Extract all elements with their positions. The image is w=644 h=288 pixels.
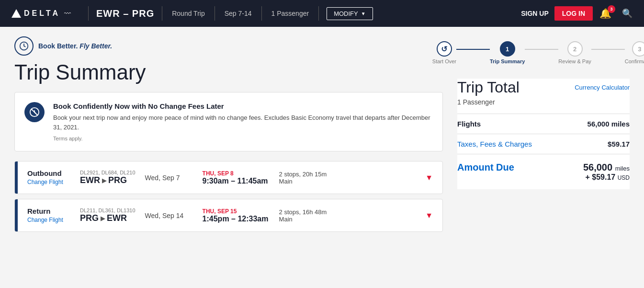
- trip-total-heading: Trip Total: [457, 79, 520, 96]
- progress-steps: ↺ Start Over 1 Trip Summary 2 Review & P…: [457, 36, 630, 69]
- review-pay-label: Review & Pay: [558, 58, 591, 64]
- outbound-route-code: EWR ▶ PRG: [80, 175, 136, 185]
- return-arrow-icon: ▶: [101, 215, 105, 222]
- main-container: Book Better. Fly Better. Trip Summary Bo…: [0, 27, 644, 288]
- taxes-row: Taxes, Fees & Charges $59.17: [457, 134, 630, 154]
- flights-row: Flights 56,000 miles: [457, 114, 630, 134]
- nav-divider-5: [318, 6, 319, 21]
- delta-wave-icon: 〰: [64, 10, 71, 17]
- route-display: EWR – PRG: [96, 8, 154, 19]
- return-route-code: PRG ▶ EWR: [80, 213, 136, 223]
- outbound-time-block: THU, SEP 8 9:30am – 11:45am: [203, 170, 270, 185]
- nav-divider: [88, 6, 89, 21]
- outbound-card-body: Outbound Change Flight DL2921, DL684, DL…: [18, 161, 442, 194]
- outbound-to: PRG: [108, 175, 127, 185]
- top-navigation: DELTA 〰 EWR – PRG Round Trip Sep 7-14 1 …: [0, 0, 644, 27]
- promo-title: Book Confidently Now with No Change Fees…: [53, 102, 433, 110]
- nav-divider-4: [261, 6, 262, 21]
- outbound-from: EWR: [80, 175, 100, 185]
- book-better-text: Book Better. Fly Better.: [38, 42, 112, 50]
- outbound-stops-block: 2 stops, 20h 15m Main: [279, 171, 416, 185]
- promo-icon: [24, 102, 45, 122]
- promo-terms: Terms apply.: [53, 136, 433, 141]
- return-label-block: Return Change Flight: [27, 207, 70, 224]
- book-better-banner: Book Better. Fly Better.: [14, 36, 443, 56]
- amount-due-miles: 56,000 miles: [583, 162, 630, 173]
- return-expand-button[interactable]: ▼: [425, 211, 433, 220]
- login-button[interactable]: LOG IN: [554, 6, 593, 21]
- promo-box: Book Confidently Now with No Change Fees…: [14, 92, 443, 151]
- bell-badge-count: 3: [608, 5, 615, 13]
- passengers-display: 1 Passenger: [270, 10, 311, 17]
- review-pay-circle: 2: [567, 41, 583, 57]
- nav-divider-3: [215, 6, 215, 21]
- signup-button[interactable]: SIGN UP: [521, 10, 549, 17]
- amount-due-usd: + $59.17 USD: [583, 173, 630, 182]
- nav-divider-2: [162, 6, 162, 21]
- modify-label: MODIFY: [334, 10, 358, 17]
- modify-caret-icon: ▼: [361, 11, 366, 16]
- return-flight-card: Return Change Flight DL211, DL361, DL131…: [14, 199, 443, 232]
- outbound-expand-button[interactable]: ▼: [425, 173, 433, 182]
- outbound-label: Outbound: [27, 169, 70, 177]
- refresh-icon: ↺: [441, 45, 447, 54]
- outbound-book-date: Wed, Sep 7: [145, 174, 193, 182]
- trip-type-display: Round Trip: [170, 10, 206, 17]
- flights-row-label: Flights: [457, 120, 481, 128]
- step-start-over[interactable]: ↺ Start Over: [432, 41, 456, 64]
- outbound-label-block: Outbound Change Flight: [27, 169, 70, 186]
- return-stops-info: 2 stops, 16h 48m: [279, 208, 416, 216]
- trip-total-box: Trip Total Currency Calculator 1 Passeng…: [457, 79, 630, 189]
- delta-logo[interactable]: DELTA 〰: [11, 9, 71, 18]
- outbound-flight-numbers: DL2921, DL684, DL210: [80, 170, 136, 175]
- trip-total-title-row: Trip Total Currency Calculator: [457, 79, 630, 96]
- step-review-pay[interactable]: 2 Review & Pay: [558, 41, 591, 64]
- connector-1: [456, 49, 490, 50]
- search-icon[interactable]: 🔍: [622, 8, 633, 19]
- start-over-circle: ↺: [437, 41, 452, 57]
- delta-wordmark: DELTA: [24, 9, 60, 18]
- outbound-stops-info: 2 stops, 20h 15m: [279, 171, 416, 178]
- modify-button[interactable]: MODIFY ▼: [327, 7, 373, 20]
- return-label: Return: [27, 207, 70, 215]
- return-book-date: Wed, Sep 14: [145, 212, 193, 219]
- return-stops-block: 2 stops, 16h 48m Main: [279, 208, 416, 223]
- return-from: PRG: [80, 213, 99, 223]
- outbound-flight-date: THU, SEP 8: [203, 170, 270, 177]
- return-cabin-class: Main: [279, 216, 416, 223]
- confirmation-label: Confirmation: [625, 58, 644, 64]
- usd-label: USD: [618, 174, 630, 181]
- return-route-info: DL211, DL361, DL1310 PRG ▶ EWR: [80, 207, 136, 223]
- taxes-row-label[interactable]: Taxes, Fees & Charges: [457, 140, 532, 148]
- amount-due-values: 56,000 miles + $59.17 USD: [583, 162, 630, 182]
- delta-triangle-icon: [11, 9, 21, 18]
- outbound-time-range: 9:30am – 11:45am: [203, 177, 270, 185]
- return-card-body: Return Change Flight DL211, DL361, DL131…: [18, 199, 442, 231]
- currency-calculator-link[interactable]: Currency Calculator: [575, 84, 630, 91]
- amount-due-label: Amount Due: [457, 162, 514, 173]
- right-sidebar: ↺ Start Over 1 Trip Summary 2 Review & P…: [457, 36, 630, 278]
- book-better-icon: [14, 36, 34, 56]
- passenger-count: 1 Passenger: [457, 98, 630, 106]
- return-flight-date: THU, SEP 15: [203, 208, 270, 215]
- return-time-block: THU, SEP 15 1:45pm – 12:33am: [203, 208, 270, 223]
- step-trip-summary[interactable]: 1 Trip Summary: [490, 41, 525, 64]
- connector-3: [591, 49, 625, 50]
- left-content: Book Better. Fly Better. Trip Summary Bo…: [14, 36, 443, 278]
- dates-display: Sep 7-14: [223, 10, 254, 17]
- outbound-arrow-icon: ▶: [102, 177, 106, 184]
- return-change-flight-link[interactable]: Change Flight: [27, 217, 63, 223]
- outbound-cabin-class: Main: [279, 178, 416, 185]
- flights-row-value: 56,000 miles: [588, 120, 630, 128]
- start-over-label: Start Over: [432, 58, 456, 64]
- return-flight-numbers: DL211, DL361, DL1310: [80, 207, 136, 213]
- connector-2: [525, 49, 558, 50]
- miles-label: miles: [615, 165, 630, 172]
- plus-icon: +: [585, 173, 589, 181]
- page-title: Trip Summary: [14, 60, 443, 84]
- trip-summary-label: Trip Summary: [490, 58, 525, 64]
- return-time-range: 1:45pm – 12:33am: [203, 215, 270, 223]
- outbound-change-flight-link[interactable]: Change Flight: [27, 179, 63, 185]
- step-confirmation[interactable]: 3 Confirmation: [625, 41, 644, 64]
- notifications-bell[interactable]: 🔔 3: [599, 8, 611, 19]
